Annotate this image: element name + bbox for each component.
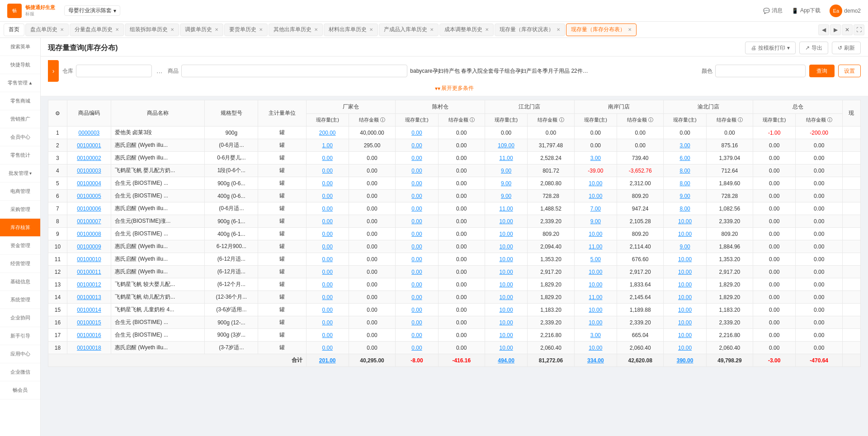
table-cell[interactable]: 0.00 (306, 291, 349, 304)
table-cell[interactable]: 0.00 (306, 278, 349, 291)
tab-materialout-close[interactable]: ✕ (369, 27, 373, 32)
table-cell[interactable]: 0.00 (396, 215, 438, 228)
summary-total-qty[interactable]: -3.00 (753, 354, 796, 367)
tab-otherout-close[interactable]: ✕ (314, 27, 318, 32)
tab-stocktable-close[interactable]: ✕ (557, 27, 560, 32)
sidebar-item-corpwx[interactable]: 企业微信 (0, 363, 40, 381)
sidebar-item-wholesale[interactable]: 批发管理 ▾ (0, 164, 40, 183)
table-cell[interactable]: 0.00 (396, 164, 438, 177)
table-cell[interactable]: 0.00 (306, 342, 349, 354)
sidebar-item-retailstat[interactable]: 零售统计 (0, 146, 40, 164)
tab-costadjust[interactable]: 成本调整单历史 ✕ (439, 23, 494, 36)
table-cell[interactable]: 0.00 (396, 342, 438, 354)
table-cell[interactable]: 0.00 (396, 316, 438, 329)
table-cell[interactable]: 0.00 (396, 228, 438, 240)
table-cell[interactable]: 1.00 (306, 139, 349, 152)
table-cell[interactable]: 00100004 (67, 177, 111, 190)
table-cell[interactable]: 0.00 (396, 190, 438, 202)
table-cell[interactable]: 9.00 (485, 177, 528, 190)
table-cell[interactable]: 7.00 (574, 202, 617, 215)
table-cell[interactable]: 0.00 (306, 304, 349, 316)
tab-splitstock-close[interactable]: ✕ (115, 27, 119, 32)
table-cell[interactable]: 10.00 (485, 215, 528, 228)
table-cell[interactable]: 11.00 (574, 291, 617, 304)
table-cell[interactable]: 0.00 (306, 316, 349, 329)
table-cell[interactable]: 10.00 (664, 278, 706, 291)
tab-stockpoint-close[interactable]: ✕ (60, 27, 64, 32)
table-cell[interactable]: 10.00 (485, 316, 528, 329)
tab-productin-close[interactable]: ✕ (430, 27, 434, 32)
tab-next-btn[interactable]: ▶ (830, 24, 841, 35)
table-cell[interactable]: 0.00 (396, 139, 438, 152)
table-cell[interactable]: 10.00 (664, 329, 706, 342)
tab-splitstock[interactable]: 分量盘点单历史 ✕ (70, 23, 124, 36)
table-cell[interactable]: 3.00 (574, 329, 617, 342)
table-cell[interactable]: 10.00 (485, 304, 528, 316)
table-cell[interactable]: 3.00 (574, 152, 617, 164)
table-cell[interactable]: 9.00 (485, 164, 528, 177)
table-cell[interactable]: 8.00 (664, 164, 706, 177)
table-cell[interactable]: 9.00 (664, 240, 706, 253)
table-cell[interactable]: 10.00 (574, 342, 617, 354)
summary-yubei-qty[interactable]: 390.00 (664, 354, 706, 367)
table-cell[interactable]: 0.00 (306, 228, 349, 240)
table-cell[interactable]: 10.00 (664, 266, 706, 278)
table-cell[interactable]: 200.00 (306, 127, 349, 139)
table-cell[interactable]: 0.00 (306, 215, 349, 228)
table-cell[interactable]: 0.00 (306, 190, 349, 202)
table-cell[interactable]: 00100009 (67, 240, 111, 253)
tab-transfer[interactable]: 调拨单历史 ✕ (180, 23, 223, 36)
tab-assembly[interactable]: 组装拆卸单历史 ✕ (125, 23, 179, 36)
table-cell[interactable]: 8.00 (664, 177, 706, 190)
sidebar-item-base[interactable]: 基础信息 (0, 273, 40, 291)
setting-btn[interactable]: 设置 (838, 65, 861, 77)
sidebar-item-system[interactable]: 系统管理 (0, 291, 40, 309)
table-cell[interactable]: 00100013 (67, 291, 111, 304)
sidebar-item-member[interactable]: 会员中心 (0, 128, 40, 146)
table-cell[interactable]: 0.00 (396, 152, 438, 164)
table-cell[interactable]: 0.00 (396, 177, 438, 190)
print-btn[interactable]: 🖨 按模板打印 ▾ (745, 42, 796, 54)
warehouse-dots-btn[interactable]: ... (155, 67, 164, 75)
sidebar-item-apps[interactable]: 应用中心 (0, 345, 40, 363)
color-input[interactable] (715, 65, 806, 77)
tab-assembly-close[interactable]: ✕ (170, 27, 174, 32)
table-cell[interactable]: 10.00 (664, 291, 706, 304)
table-cell[interactable]: 00100002 (67, 152, 111, 164)
table-cell[interactable]: 10.00 (664, 215, 706, 228)
table-cell[interactable]: 0.00 (306, 164, 349, 177)
search-btn[interactable]: 查询 (809, 65, 835, 77)
table-cell[interactable]: 0.00 (396, 240, 438, 253)
table-cell[interactable]: 10.00 (574, 278, 617, 291)
table-cell[interactable]: 9.00 (574, 215, 617, 228)
tab-stockpoint[interactable]: 盘点单历史 ✕ (25, 23, 69, 36)
table-cell[interactable]: 0.00 (396, 253, 438, 266)
table-cell[interactable]: 00100012 (67, 278, 111, 291)
table-cell[interactable]: 10.00 (664, 304, 706, 316)
table-cell[interactable]: 00100011 (67, 266, 111, 278)
table-cell[interactable]: 0.00 (306, 240, 349, 253)
sidebar-item-inventory[interactable]: 库存核算 (0, 219, 40, 237)
table-cell[interactable]: 10.00 (485, 329, 528, 342)
tab-close-all-btn[interactable]: ✕ (842, 24, 853, 35)
table-cell[interactable]: 6.00 (664, 152, 706, 164)
user-area[interactable]: Ea demo2 (830, 5, 861, 17)
table-cell[interactable]: 10.00 (664, 253, 706, 266)
table-cell[interactable]: 10.00 (574, 316, 617, 329)
table-cell[interactable]: 0000003 (67, 127, 111, 139)
tab-prev-btn[interactable]: ◀ (818, 24, 829, 35)
table-cell[interactable]: 0.00 (396, 304, 438, 316)
table-cell[interactable]: 0.00 (306, 253, 349, 266)
sidebar-item-fan[interactable]: 畅会员 (0, 381, 40, 399)
table-cell[interactable]: 11.00 (485, 202, 528, 215)
tab-home[interactable]: 首页 (4, 23, 24, 36)
filter-toggle-btn[interactable]: › (48, 60, 59, 82)
table-cell[interactable]: 10.00 (574, 190, 617, 202)
goods-input[interactable] (181, 65, 407, 77)
table-cell[interactable]: 0.00 (306, 266, 349, 278)
sidebar-item-guide[interactable]: 新手引导 (0, 327, 40, 345)
table-cell[interactable]: 00100006 (67, 202, 111, 215)
table-cell[interactable]: 00100016 (67, 329, 111, 342)
table-cell[interactable]: 10.00 (485, 253, 528, 266)
export-btn[interactable]: ↗ 导出 (799, 42, 828, 54)
